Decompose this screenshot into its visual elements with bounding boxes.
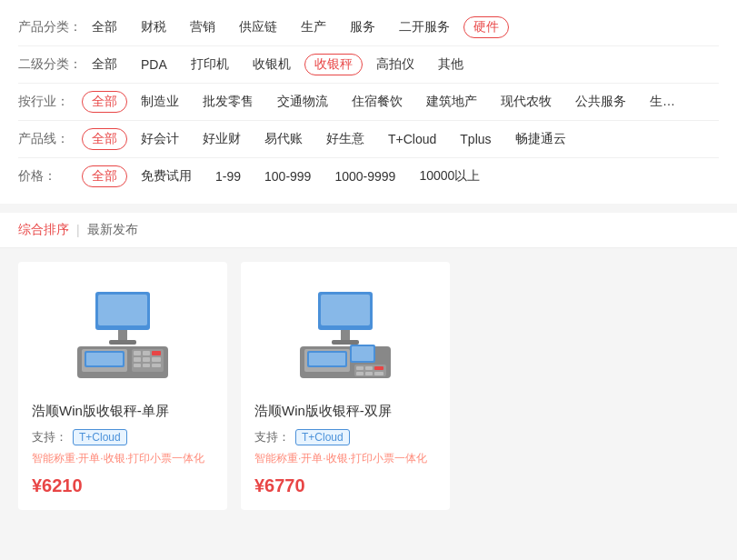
products-grid: 浩顺Win版收银秤-单屏 支持： T+Cloud 智能称重·开单·收银·打印小票… <box>18 262 719 510</box>
svg-rect-32 <box>356 372 364 375</box>
filter-item-sub-highcam[interactable]: 高拍仪 <box>366 54 424 75</box>
filter-item-pl-hss[interactable]: 好生意 <box>316 128 374 150</box>
filter-item-cat-open[interactable]: 二开服务 <box>389 16 460 38</box>
product-name-2: 浩顺Win版收银秤-双屏 <box>254 403 436 420</box>
filter-item-pl-tplus[interactable]: Tplus <box>450 129 501 149</box>
product-desc-2: 智能称重·开单·收银·打印小票一体化 <box>254 451 436 466</box>
svg-rect-34 <box>374 372 383 375</box>
sort-newest[interactable]: 最新发布 <box>87 222 138 238</box>
svg-rect-15 <box>134 364 141 367</box>
filter-label-industry: 按行业： <box>18 94 82 110</box>
svg-rect-19 <box>321 295 370 325</box>
product-image-area-2 <box>254 280 436 389</box>
svg-rect-25 <box>309 353 345 365</box>
filter-row-productline: 产品线： 全部 好会计 好业财 易代账 好生意 T+Cloud Tplus 畅捷… <box>18 121 719 158</box>
svg-rect-33 <box>365 372 373 375</box>
product-support-1: 支持： T+Cloud <box>32 429 214 445</box>
filter-item-ind-public[interactable]: 公共服务 <box>565 91 636 113</box>
products-area: 浩顺Win版收银秤-单屏 支持： T+Cloud 智能称重·开单·收银·打印小票… <box>0 248 737 524</box>
filter-item-sub-other[interactable]: 其他 <box>428 54 473 75</box>
sort-bar: 综合排序 | 最新发布 <box>0 213 737 248</box>
filter-item-ind-construction[interactable]: 建筑地产 <box>416 91 487 113</box>
filter-item-ind-hospitality[interactable]: 住宿餐饮 <box>342 91 413 113</box>
filter-item-price-3[interactable]: 1000-9999 <box>324 166 405 186</box>
svg-rect-11 <box>152 351 161 355</box>
svg-rect-17 <box>152 364 161 367</box>
filter-item-price-2[interactable]: 100-999 <box>254 166 321 186</box>
filter-item-ind-wholesale[interactable]: 批发零售 <box>193 91 264 113</box>
svg-rect-16 <box>143 364 150 367</box>
svg-rect-9 <box>134 351 141 355</box>
sort-divider: | <box>76 223 80 237</box>
filter-item-ind-transport[interactable]: 交通物流 <box>267 91 338 113</box>
svg-rect-10 <box>143 351 150 355</box>
product-desc-1: 智能称重·开单·收银·打印小票一体化 <box>32 451 214 466</box>
filter-label-productline: 产品线： <box>18 131 82 147</box>
filter-row-price: 价格： 全部 免费试用 1-99 100-999 1000-9999 10000… <box>18 158 719 195</box>
filter-item-ind-manufacturing[interactable]: 制造业 <box>131 91 189 113</box>
filter-row-category: 产品分类： 全部 财税 营销 供应链 生产 服务 二开服务 硬件 <box>18 9 719 46</box>
product-name-1: 浩顺Win版收银秤-单屏 <box>32 403 214 420</box>
filter-label-category: 产品分类： <box>18 19 82 35</box>
product-price-1: ¥6210 <box>32 475 214 496</box>
product-price-2: ¥6770 <box>254 475 436 496</box>
filter-items-productline: 全部 好会计 好业财 易代账 好生意 T+Cloud Tplus 畅捷通云 <box>82 128 576 150</box>
filter-item-ind-all[interactable]: 全部 <box>82 91 127 113</box>
svg-rect-2 <box>118 330 127 341</box>
filter-item-sub-printer[interactable]: 打印机 <box>181 54 239 75</box>
filter-item-cat-tax[interactable]: 财税 <box>131 16 176 38</box>
filter-item-pl-hyc[interactable]: 好业财 <box>193 128 251 150</box>
support-badge-2: T+Cloud <box>295 429 350 445</box>
svg-rect-20 <box>341 330 350 341</box>
filter-item-pl-cjty[interactable]: 畅捷通云 <box>505 128 576 150</box>
filter-item-sub-scale[interactable]: 收银秤 <box>304 54 363 75</box>
filter-item-sub-cashier[interactable]: 收银机 <box>243 54 301 75</box>
product-image-area-1 <box>32 280 214 389</box>
filter-items-price: 全部 免费试用 1-99 100-999 1000-9999 10000以上 <box>82 165 490 187</box>
svg-rect-29 <box>356 366 364 370</box>
product-image-1 <box>68 287 177 383</box>
product-card-2[interactable]: 浩顺Win版收银秤-双屏 支持： T+Cloud 智能称重·开单·收银·打印小票… <box>241 262 450 510</box>
filter-item-pl-all[interactable]: 全部 <box>82 128 127 150</box>
filter-items-category: 全部 财税 营销 供应链 生产 服务 二开服务 硬件 <box>82 16 509 38</box>
svg-rect-14 <box>152 357 161 362</box>
filter-item-cat-hardware[interactable]: 硬件 <box>463 16 509 38</box>
filter-items-industry: 全部 制造业 批发零售 交通物流 住宿餐饮 建筑地产 现代农牧 公共服务 生… <box>82 91 685 113</box>
filter-item-price-4[interactable]: 10000以上 <box>409 165 490 187</box>
svg-rect-21 <box>332 340 359 345</box>
filter-item-price-all[interactable]: 全部 <box>82 165 127 187</box>
support-label-1: 支持： <box>32 429 67 445</box>
filter-item-cat-supply[interactable]: 供应链 <box>229 16 287 38</box>
filter-item-cat-all[interactable]: 全部 <box>82 16 127 38</box>
svg-rect-31 <box>374 366 383 370</box>
filter-item-price-1[interactable]: 1-99 <box>205 166 251 186</box>
filter-section: 产品分类： 全部 财税 营销 供应链 生产 服务 二开服务 硬件 二级分类： 全… <box>0 0 737 204</box>
svg-rect-30 <box>365 366 373 370</box>
svg-rect-13 <box>143 357 150 362</box>
filter-item-sub-all[interactable]: 全部 <box>82 54 127 75</box>
filter-label-subcategory: 二级分类： <box>18 56 82 73</box>
product-support-2: 支持： T+Cloud <box>254 429 436 445</box>
filter-item-pl-hkj[interactable]: 好会计 <box>131 128 189 150</box>
svg-rect-7 <box>86 353 123 365</box>
filter-item-cat-production[interactable]: 生产 <box>291 16 336 38</box>
filter-item-price-free[interactable]: 免费试用 <box>131 165 202 187</box>
filter-item-cat-service[interactable]: 服务 <box>340 16 385 38</box>
filter-item-pl-ydz[interactable]: 易代账 <box>254 128 313 150</box>
filter-row-subcategory: 二级分类： 全部 PDA 打印机 收银机 收银秤 高拍仪 其他 <box>18 46 719 84</box>
filter-label-price: 价格： <box>18 168 82 185</box>
filter-item-sub-pda[interactable]: PDA <box>131 55 177 75</box>
filter-item-pl-tcloud[interactable]: T+Cloud <box>378 129 446 149</box>
product-card-1[interactable]: 浩顺Win版收银秤-单屏 支持： T+Cloud 智能称重·开单·收银·打印小票… <box>18 262 227 510</box>
product-image-2 <box>291 287 400 383</box>
support-badge-1: T+Cloud <box>73 429 127 445</box>
svg-rect-12 <box>134 357 141 362</box>
filter-item-ind-bio[interactable]: 生… <box>640 91 685 113</box>
filter-items-subcategory: 全部 PDA 打印机 收银机 收银秤 高拍仪 其他 <box>82 54 473 75</box>
filter-row-industry: 按行业： 全部 制造业 批发零售 交通物流 住宿餐饮 建筑地产 现代农牧 公共服… <box>18 84 719 121</box>
sort-comprehensive[interactable]: 综合排序 <box>18 222 69 238</box>
svg-rect-3 <box>109 340 136 345</box>
filter-item-cat-marketing[interactable]: 营销 <box>180 16 225 38</box>
filter-item-ind-agriculture[interactable]: 现代农牧 <box>491 91 562 113</box>
support-label-2: 支持： <box>254 429 290 445</box>
